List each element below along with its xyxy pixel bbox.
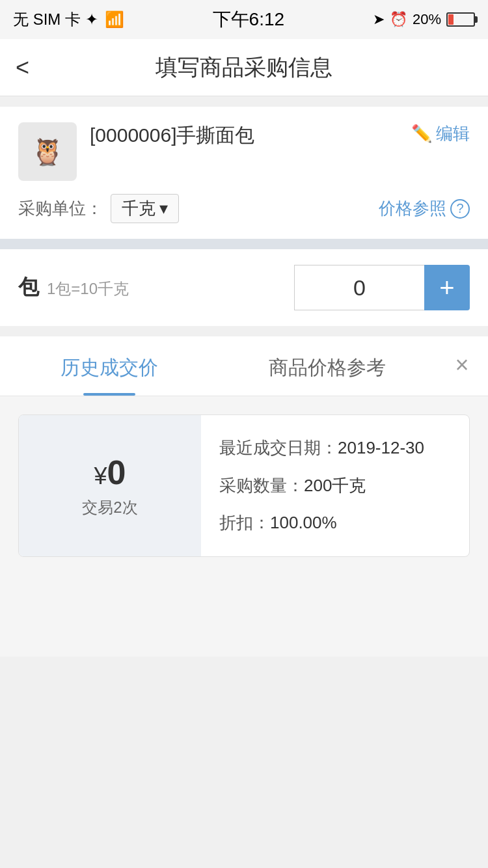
- status-right: ➤ ⏰ 20%: [373, 11, 475, 28]
- unit-value: 千克: [122, 197, 156, 220]
- deal-discount-row: 折扣：100.00%: [219, 509, 451, 537]
- battery-fill: [448, 14, 454, 25]
- back-button[interactable]: <: [16, 54, 29, 81]
- gray-divider: [0, 239, 488, 249]
- status-time: 下午6:12: [213, 7, 285, 32]
- product-card: 🦉 [0000006]手撕面包 ✏️ 编辑 采购单位： 千克 ▾ 价格参照 ?: [0, 107, 488, 239]
- tab-bar: 历史成交价 商品价格参考 ×: [0, 336, 488, 396]
- price-ref-label: 价格参照: [379, 197, 446, 220]
- help-icon[interactable]: ?: [450, 199, 470, 219]
- deal-right: 最近成交日期：2019-12-30 采购数量：200千克 折扣：100.00%: [201, 415, 469, 556]
- history-content: ¥0 交易2次 最近成交日期：2019-12-30 采购数量：200千克 折扣：…: [0, 396, 488, 657]
- deal-discount-value: 100.00%: [270, 513, 337, 532]
- status-bar: 无 SIM 卡 ✦ 📶 下午6:12 ➤ ⏰ 20%: [0, 0, 488, 39]
- deal-qty-label: 采购数量：: [219, 476, 304, 495]
- purchase-unit-row: 采购单位： 千克 ▾ 价格参照 ?: [18, 194, 470, 223]
- quantity-plus-button[interactable]: +: [424, 265, 470, 310]
- product-thumbnail: 🦉: [18, 122, 77, 181]
- deal-date-row: 最近成交日期：2019-12-30: [219, 435, 451, 462]
- product-header: 🦉 [0000006]手撕面包 ✏️ 编辑: [18, 122, 470, 181]
- location-icon: ➤: [373, 11, 385, 28]
- edit-button[interactable]: ✏️ 编辑: [411, 122, 470, 145]
- product-info: 🦉 [0000006]手撕面包: [18, 122, 254, 181]
- tab-close-button[interactable]: ×: [436, 351, 488, 381]
- tab-price-ref[interactable]: 商品价格参考: [218, 336, 436, 396]
- deal-date-label: 最近成交日期：: [219, 438, 338, 457]
- nav-bar: < 填写商品采购信息: [0, 39, 488, 96]
- quantity-row: 包 1包=10千克 0 +: [0, 249, 488, 326]
- deal-date-value: 2019-12-30: [338, 438, 424, 457]
- unit-hint: 1包=10千克: [47, 278, 129, 299]
- deal-qty-value: 200千克: [304, 476, 366, 495]
- alarm-icon: ⏰: [390, 11, 407, 28]
- deal-qty-row: 采购数量：200千克: [219, 472, 451, 500]
- price-ref-button[interactable]: 价格参照 ?: [379, 197, 470, 220]
- unit-char: 包: [18, 273, 39, 302]
- product-title: 手撕面包: [176, 124, 254, 146]
- product-name: [0000006]手撕面包: [90, 124, 254, 146]
- tab-history-label: 历史成交价: [61, 357, 158, 378]
- deal-times: 交易2次: [82, 497, 137, 518]
- battery-pct: 20%: [413, 11, 441, 28]
- quantity-input-group: 0 +: [294, 265, 470, 310]
- purchase-unit-left: 采购单位： 千克 ▾: [18, 194, 179, 223]
- quantity-input[interactable]: 0: [294, 265, 424, 310]
- wifi-icon: 📶: [105, 10, 124, 29]
- page-title: 填写商品采购信息: [156, 53, 332, 83]
- currency-symbol: ¥: [94, 463, 107, 489]
- edit-label: 编辑: [436, 122, 470, 145]
- purchase-unit-label: 采购单位：: [18, 197, 103, 220]
- product-name-wrap: [0000006]手撕面包: [90, 122, 254, 149]
- unit-select[interactable]: 千克 ▾: [111, 194, 179, 223]
- deal-left: ¥0 交易2次: [19, 415, 201, 556]
- product-logo-icon: 🦉: [31, 137, 64, 167]
- tab-history-price[interactable]: 历史成交价: [0, 336, 218, 396]
- battery-icon: [446, 12, 475, 27]
- product-id: [0000006]: [90, 124, 176, 146]
- status-left: 无 SIM 卡 ✦ 📶: [13, 9, 124, 30]
- sim-label: 无 SIM 卡 ✦: [13, 9, 98, 30]
- tab-price-ref-label: 商品价格参考: [269, 357, 386, 378]
- deal-price: ¥0: [94, 453, 126, 492]
- deal-card: ¥0 交易2次 最近成交日期：2019-12-30 采购数量：200千克 折扣：…: [18, 414, 470, 557]
- unit-label: 包 1包=10千克: [18, 273, 129, 302]
- chevron-down-icon: ▾: [159, 198, 168, 219]
- deal-discount-label: 折扣：: [219, 513, 270, 532]
- deal-price-value: 0: [107, 454, 126, 491]
- edit-icon: ✏️: [411, 124, 432, 144]
